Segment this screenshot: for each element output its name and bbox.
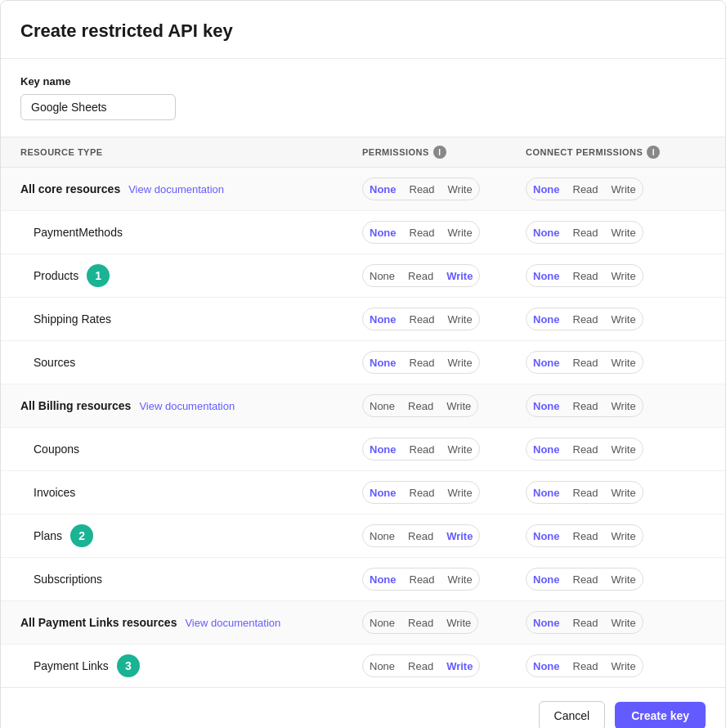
perm-read-perm-shipping-rates[interactable]: Read bbox=[403, 311, 441, 328]
perm-write-perm-subscriptions[interactable]: Write bbox=[441, 571, 479, 588]
resource-name-all-core: All core resourcesView documentation bbox=[20, 182, 362, 195]
perm-write-connect-plans[interactable]: Write bbox=[605, 528, 643, 545]
perm-write-connect-payment-methods[interactable]: Write bbox=[605, 224, 643, 241]
cancel-button[interactable]: Cancel bbox=[539, 701, 606, 728]
badge-plans: 2 bbox=[70, 524, 93, 547]
perm-none-connect-all-payment-links[interactable]: None bbox=[527, 614, 567, 631]
perm-write-perm-all-core[interactable]: Write bbox=[441, 181, 479, 198]
perm-none-connect-all-billing[interactable]: None bbox=[527, 398, 567, 415]
perm-read-connect-all-payment-links[interactable]: Read bbox=[567, 614, 605, 631]
perm-write-perm-coupons[interactable]: Write bbox=[441, 441, 479, 458]
perm-none-connect-invoices[interactable]: None bbox=[527, 484, 567, 501]
perm-write-perm-payment-methods[interactable]: Write bbox=[441, 224, 479, 241]
perm-read-connect-payment-methods[interactable]: Read bbox=[567, 224, 605, 241]
perm-pill-connect-subscriptions: NoneReadWrite bbox=[526, 568, 643, 591]
perm-write-connect-sources[interactable]: Write bbox=[605, 354, 643, 371]
connect-permissions-cell-payment-methods: NoneReadWrite bbox=[526, 221, 706, 244]
perm-none-perm-all-payment-links[interactable]: None bbox=[363, 614, 401, 631]
perm-none-connect-sources[interactable]: None bbox=[527, 354, 567, 371]
perm-read-perm-payment-links[interactable]: Read bbox=[401, 658, 440, 675]
perm-pill-connect-sources: NoneReadWrite bbox=[526, 351, 643, 374]
perm-none-perm-payment-methods[interactable]: None bbox=[363, 224, 403, 241]
perm-none-connect-payment-links[interactable]: None bbox=[527, 658, 567, 675]
create-key-button[interactable]: Create key bbox=[615, 702, 706, 728]
perm-none-connect-all-core[interactable]: None bbox=[527, 181, 567, 198]
perm-none-perm-plans[interactable]: None bbox=[363, 528, 401, 545]
table-row-all-core: All core resourcesView documentationNone… bbox=[1, 168, 725, 211]
perm-none-perm-shipping-rates[interactable]: None bbox=[363, 311, 403, 328]
connect-permissions-cell-plans: NoneReadWrite bbox=[526, 524, 706, 547]
view-doc-all-core[interactable]: View documentation bbox=[128, 183, 224, 195]
perm-write-perm-all-billing[interactable]: Write bbox=[440, 398, 477, 415]
view-doc-all-payment-links[interactable]: View documentation bbox=[185, 617, 280, 629]
perm-write-connect-shipping-rates[interactable]: Write bbox=[605, 311, 643, 328]
perm-none-perm-payment-links[interactable]: None bbox=[363, 658, 401, 675]
perm-write-perm-shipping-rates[interactable]: Write bbox=[441, 311, 479, 328]
create-api-key-dialog: Create restricted API key Key name RESOU… bbox=[0, 0, 726, 728]
perm-none-perm-sources[interactable]: None bbox=[363, 354, 403, 371]
table-row-all-payment-links: All Payment Links resourcesView document… bbox=[1, 601, 725, 645]
perm-read-perm-payment-methods[interactable]: Read bbox=[403, 224, 441, 241]
perm-none-perm-all-core[interactable]: None bbox=[363, 181, 403, 198]
permissions-info-icon[interactable]: i bbox=[433, 146, 446, 159]
perm-write-connect-products[interactable]: Write bbox=[605, 267, 643, 285]
perm-none-connect-plans[interactable]: None bbox=[527, 528, 567, 545]
perm-none-perm-products[interactable]: None bbox=[363, 267, 401, 285]
table-row-invoices: InvoicesNoneReadWriteNoneReadWrite bbox=[1, 471, 725, 515]
perm-read-perm-sources[interactable]: Read bbox=[403, 354, 441, 371]
resource-name-payment-links: Payment Links3 bbox=[20, 654, 362, 677]
perm-read-connect-shipping-rates[interactable]: Read bbox=[567, 311, 605, 328]
resource-name-coupons: Coupons bbox=[20, 443, 362, 456]
perm-write-perm-payment-links[interactable]: Write bbox=[440, 658, 479, 675]
perm-none-connect-products[interactable]: None bbox=[527, 267, 567, 285]
perm-write-connect-all-billing[interactable]: Write bbox=[605, 398, 643, 415]
perm-pill-perm-all-payment-links: NoneReadWrite bbox=[362, 611, 478, 634]
perm-read-connect-all-core[interactable]: Read bbox=[567, 181, 605, 198]
perm-read-connect-payment-links[interactable]: Read bbox=[567, 658, 605, 675]
page-header: Create restricted API key bbox=[1, 1, 725, 59]
resource-type-header: RESOURCE TYPE bbox=[20, 146, 362, 159]
perm-write-connect-subscriptions[interactable]: Write bbox=[605, 571, 643, 588]
perm-pill-perm-products: NoneReadWrite bbox=[362, 264, 480, 287]
perm-read-perm-plans[interactable]: Read bbox=[401, 528, 440, 545]
view-doc-all-billing[interactable]: View documentation bbox=[139, 400, 235, 412]
perm-write-perm-sources[interactable]: Write bbox=[441, 354, 479, 371]
perm-none-connect-subscriptions[interactable]: None bbox=[527, 571, 567, 588]
perm-read-connect-sources[interactable]: Read bbox=[567, 354, 605, 371]
perm-none-perm-coupons[interactable]: None bbox=[363, 441, 403, 458]
perm-write-perm-products[interactable]: Write bbox=[440, 267, 479, 285]
perm-read-perm-all-billing[interactable]: Read bbox=[401, 398, 440, 415]
perm-read-perm-coupons[interactable]: Read bbox=[403, 441, 441, 458]
perm-none-connect-coupons[interactable]: None bbox=[527, 441, 567, 458]
perm-read-perm-subscriptions[interactable]: Read bbox=[403, 571, 441, 588]
perm-write-connect-all-core[interactable]: Write bbox=[605, 181, 643, 198]
perm-pill-connect-all-core: NoneReadWrite bbox=[526, 178, 643, 200]
permissions-cell-all-payment-links: NoneReadWrite bbox=[362, 611, 526, 634]
key-name-input[interactable] bbox=[20, 94, 176, 120]
perm-write-connect-coupons[interactable]: Write bbox=[605, 441, 643, 458]
perm-none-connect-payment-methods[interactable]: None bbox=[527, 224, 567, 241]
perm-read-connect-coupons[interactable]: Read bbox=[567, 441, 605, 458]
perm-read-perm-all-core[interactable]: Read bbox=[403, 181, 441, 198]
perm-read-connect-all-billing[interactable]: Read bbox=[567, 398, 605, 415]
perm-none-perm-subscriptions[interactable]: None bbox=[363, 571, 403, 588]
perm-none-connect-shipping-rates[interactable]: None bbox=[527, 311, 567, 328]
perm-read-connect-invoices[interactable]: Read bbox=[567, 484, 605, 501]
perm-read-perm-all-payment-links[interactable]: Read bbox=[401, 614, 440, 631]
perm-write-perm-plans[interactable]: Write bbox=[440, 528, 479, 545]
perm-write-connect-payment-links[interactable]: Write bbox=[605, 658, 643, 675]
perm-read-connect-plans[interactable]: Read bbox=[567, 528, 605, 545]
perm-write-perm-all-payment-links[interactable]: Write bbox=[440, 614, 477, 631]
perm-none-perm-all-billing[interactable]: None bbox=[363, 398, 401, 415]
connect-permissions-info-icon[interactable]: i bbox=[647, 146, 660, 159]
resource-name-invoices: Invoices bbox=[20, 486, 362, 499]
table-header-row: RESOURCE TYPE PERMISSIONS i CONNECT PERM… bbox=[1, 137, 725, 168]
perm-read-perm-products[interactable]: Read bbox=[401, 267, 440, 285]
perm-none-perm-invoices[interactable]: None bbox=[363, 484, 403, 501]
perm-read-perm-invoices[interactable]: Read bbox=[403, 484, 441, 501]
perm-read-connect-products[interactable]: Read bbox=[567, 267, 605, 285]
perm-read-connect-subscriptions[interactable]: Read bbox=[567, 571, 605, 588]
perm-write-connect-all-payment-links[interactable]: Write bbox=[605, 614, 643, 631]
perm-write-connect-invoices[interactable]: Write bbox=[605, 484, 643, 501]
perm-write-perm-invoices[interactable]: Write bbox=[441, 484, 479, 501]
